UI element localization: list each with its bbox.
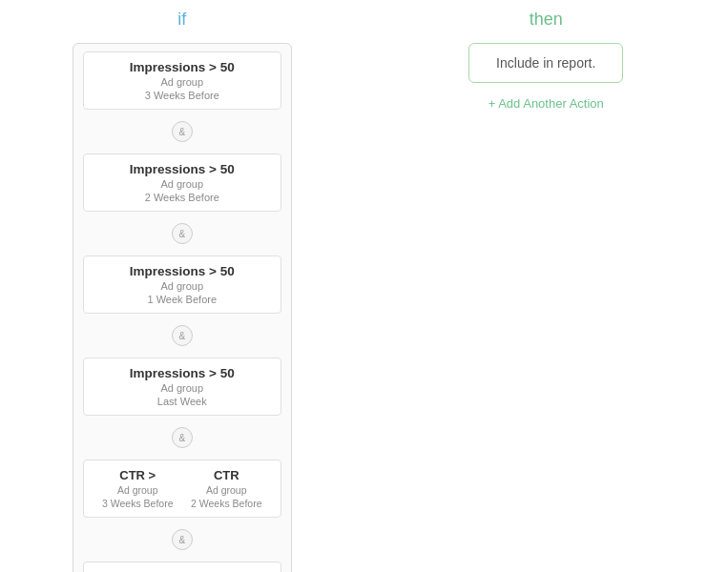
and-badge-1: &: [73, 117, 291, 146]
condition-1-main: Impressions > 50: [94, 60, 271, 74]
and-symbol-3: &: [172, 325, 193, 346]
condition-3-main: Impressions > 50: [94, 264, 271, 278]
if-header: if: [177, 10, 186, 30]
condition-2-main: Impressions > 50: [94, 162, 271, 176]
action-label: Include in report.: [496, 55, 595, 71]
and-symbol-5: &: [172, 529, 193, 550]
condition-5-right-main: CTR: [191, 468, 262, 482]
condition-5-right-sub2: 2 Weeks Before: [191, 498, 262, 509]
condition-1-sub2: 3 Weeks Before: [94, 90, 271, 101]
condition-item-1[interactable]: Impressions > 50 Ad group 3 Weeks Before: [83, 51, 281, 110]
condition-item-4[interactable]: Impressions > 50 Ad group Last Week: [83, 358, 281, 416]
condition-item-3[interactable]: Impressions > 50 Ad group 1 Week Before: [83, 255, 281, 314]
and-symbol-4: &: [172, 427, 193, 448]
add-action-button[interactable]: + Add Another Action: [489, 96, 604, 111]
condition-5-left-sub1: Ad group: [102, 484, 174, 496]
and-badge-5: &: [73, 525, 291, 554]
condition-5-right: CTR Ad group 2 Weeks Before: [191, 468, 262, 509]
main-layout: if Impressions > 50 Ad group 3 Weeks Bef…: [0, 0, 728, 572]
condition-4-sub1: Ad group: [94, 382, 271, 394]
condition-3-sub1: Ad group: [94, 280, 271, 292]
if-column: if Impressions > 50 Ad group 3 Weeks Bef…: [0, 10, 364, 572]
condition-5-left-sub2: 3 Weeks Before: [102, 498, 174, 509]
condition-1-sub1: Ad group: [94, 76, 271, 88]
condition-4-main: Impressions > 50: [94, 366, 271, 380]
and-badge-4: &: [73, 423, 291, 452]
condition-item-6[interactable]: CTR > Ad group 2 Weeks Before CTR Ad gro…: [83, 562, 281, 572]
condition-5-right-sub1: Ad group: [191, 484, 262, 496]
and-symbol-2: &: [172, 223, 193, 244]
then-header: then: [530, 10, 563, 30]
and-symbol-1: &: [172, 121, 193, 142]
conditions-box: Impressions > 50 Ad group 3 Weeks Before…: [73, 43, 292, 572]
condition-5-left: CTR > Ad group 3 Weeks Before: [102, 468, 174, 509]
and-badge-3: &: [73, 321, 291, 350]
condition-item-2[interactable]: Impressions > 50 Ad group 2 Weeks Before: [83, 153, 281, 212]
then-column: then Include in report. + Add Another Ac…: [364, 10, 729, 572]
action-box[interactable]: Include in report.: [468, 43, 623, 83]
condition-3-sub2: 1 Week Before: [94, 294, 271, 305]
condition-item-5[interactable]: CTR > Ad group 3 Weeks Before CTR Ad gro…: [83, 460, 281, 518]
condition-2-sub2: 2 Weeks Before: [94, 192, 271, 203]
condition-4-sub2: Last Week: [94, 396, 271, 407]
condition-2-sub1: Ad group: [94, 178, 271, 190]
condition-5-left-main: CTR >: [102, 468, 174, 482]
and-badge-2: &: [73, 219, 291, 248]
